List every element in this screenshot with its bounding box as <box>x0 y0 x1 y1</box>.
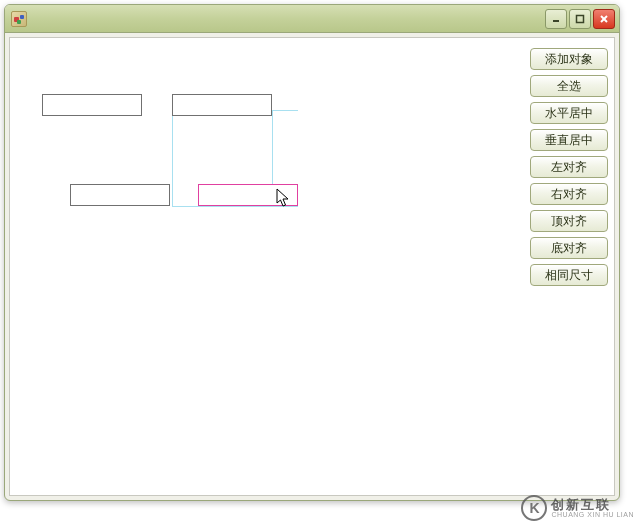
close-button[interactable] <box>593 9 615 29</box>
h-center-button[interactable]: 水平居中 <box>530 102 608 124</box>
canvas-object[interactable] <box>70 184 170 206</box>
watermark-logo-icon: K <box>521 495 547 521</box>
window-buttons <box>545 9 615 29</box>
canvas-object[interactable] <box>172 94 272 116</box>
watermark-cn: 创新互联 <box>551 498 634 511</box>
app-window: 添加对象 全选 水平居中 垂直居中 左对齐 右对齐 顶对齐 底对齐 相同尺寸 <box>4 4 620 501</box>
titlebar[interactable] <box>5 5 619 33</box>
select-all-button[interactable]: 全选 <box>530 75 608 97</box>
watermark-text: 创新互联 CHUANG XIN HU LIAN <box>551 498 634 518</box>
canvas-object-selected[interactable] <box>198 184 298 206</box>
client-area: 添加对象 全选 水平居中 垂直居中 左对齐 右对齐 顶对齐 底对齐 相同尺寸 <box>9 37 615 496</box>
app-icon[interactable] <box>11 11 27 27</box>
svg-rect-1 <box>577 15 584 22</box>
align-right-button[interactable]: 右对齐 <box>530 183 608 205</box>
canvas-object[interactable] <box>42 94 142 116</box>
watermark: K 创新互联 CHUANG XIN HU LIAN <box>521 495 634 521</box>
guide-vertical <box>172 110 173 206</box>
guide-horizontal <box>172 206 298 207</box>
button-panel: 添加对象 全选 水平居中 垂直居中 左对齐 右对齐 顶对齐 底对齐 相同尺寸 <box>530 48 608 286</box>
minimize-button[interactable] <box>545 9 567 29</box>
watermark-en: CHUANG XIN HU LIAN <box>551 511 634 518</box>
align-top-button[interactable]: 顶对齐 <box>530 210 608 232</box>
align-left-button[interactable]: 左对齐 <box>530 156 608 178</box>
maximize-button[interactable] <box>569 9 591 29</box>
align-bottom-button[interactable]: 底对齐 <box>530 237 608 259</box>
add-object-button[interactable]: 添加对象 <box>530 48 608 70</box>
design-canvas[interactable] <box>10 38 526 495</box>
same-size-button[interactable]: 相同尺寸 <box>530 264 608 286</box>
v-center-button[interactable]: 垂直居中 <box>530 129 608 151</box>
